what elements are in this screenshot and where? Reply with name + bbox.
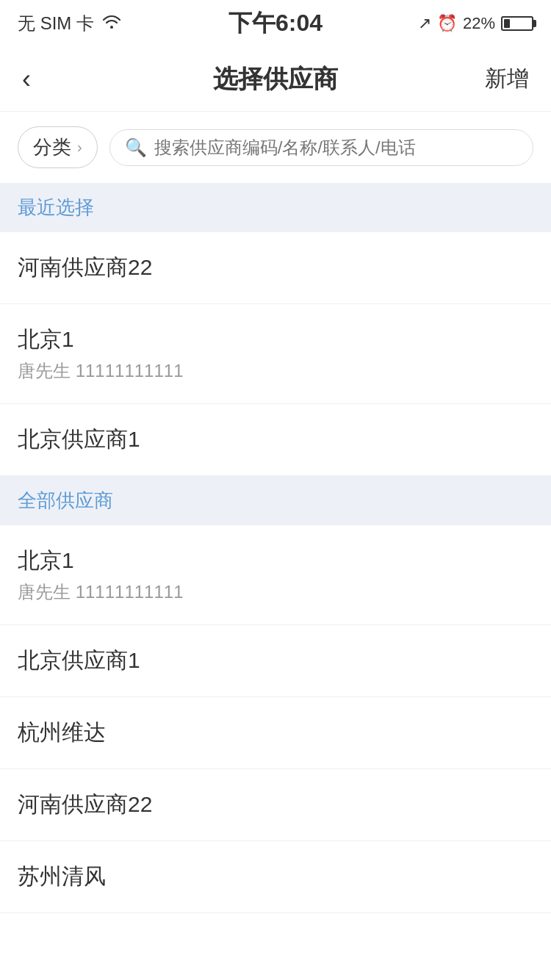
item-name: 北京1 [18, 546, 533, 576]
all-list: 北京1唐先生 11111111111北京供应商1杭州维达河南供应商22苏州清风 [0, 525, 551, 913]
add-button[interactable]: 新增 [485, 64, 529, 94]
item-contact: 唐先生 11111111111 [18, 359, 533, 383]
all-list-item[interactable]: 河南供应商22 [0, 769, 551, 841]
location-icon: ↗ [418, 14, 431, 33]
search-input[interactable] [154, 137, 518, 158]
all-list-item[interactable]: 北京1唐先生 11111111111 [0, 525, 551, 625]
status-right: ↗ ⏰ 22% [418, 14, 533, 33]
recent-list-item[interactable]: 河南供应商22 [0, 232, 551, 304]
item-name: 杭州维达 [18, 718, 533, 748]
item-name: 北京供应商1 [18, 425, 533, 455]
chevron-right-icon: › [77, 139, 82, 156]
recent-section-header: 最近选择 [0, 183, 551, 232]
back-button[interactable]: ‹ [22, 64, 66, 95]
item-contact: 唐先生 11111111111 [18, 580, 533, 604]
recent-section-label: 最近选择 [18, 196, 94, 218]
all-list-item[interactable]: 北京供应商1 [0, 625, 551, 697]
nav-bar: ‹ 选择供应商 新增 [0, 47, 551, 112]
all-list-item[interactable]: 苏州清风 [0, 841, 551, 913]
status-bar: 无 SIM 卡 下午6:04 ↗ ⏰ 22% [0, 0, 551, 47]
wifi-icon [101, 13, 122, 34]
alarm-icon: ⏰ [437, 14, 457, 33]
recent-list-item[interactable]: 北京供应商1 [0, 404, 551, 476]
carrier-text: 无 SIM 卡 [18, 12, 94, 35]
item-name: 北京1 [18, 325, 533, 355]
all-list-item[interactable]: 杭州维达 [0, 697, 551, 769]
item-name: 北京供应商1 [18, 646, 533, 676]
filter-bar: 分类 › 🔍 [0, 112, 551, 183]
item-name: 苏州清风 [18, 862, 533, 892]
all-section-label: 全部供应商 [18, 489, 113, 511]
category-button[interactable]: 分类 › [18, 126, 98, 168]
status-time: 下午6:04 [228, 7, 323, 40]
status-left: 无 SIM 卡 [18, 12, 122, 35]
page-title: 选择供应商 [213, 62, 338, 96]
item-name: 河南供应商22 [18, 253, 533, 283]
battery-percent: 22% [463, 14, 495, 33]
search-icon: 🔍 [125, 137, 147, 158]
search-box[interactable]: 🔍 [109, 129, 533, 166]
battery-icon [501, 16, 533, 31]
recent-list-item[interactable]: 北京1唐先生 11111111111 [0, 304, 551, 404]
all-section-header: 全部供应商 [0, 476, 551, 525]
recent-list: 河南供应商22北京1唐先生 11111111111北京供应商1 [0, 232, 551, 476]
category-label: 分类 [33, 134, 71, 160]
item-name: 河南供应商22 [18, 790, 533, 820]
